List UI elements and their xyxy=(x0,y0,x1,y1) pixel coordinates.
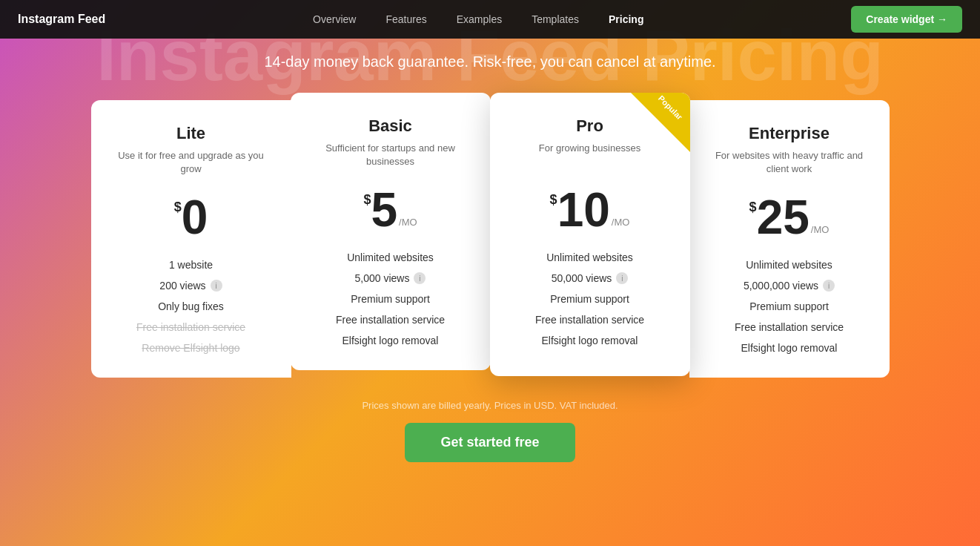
plan-name-lite: Lite xyxy=(112,124,271,143)
plan-desc-lite: Use it for free and upgrade as you grow xyxy=(112,149,271,179)
info-icon-enterprise-views[interactable]: i xyxy=(823,280,835,292)
logo: Instagram Feed xyxy=(18,13,105,26)
feature-lite-0: 1 website xyxy=(112,259,271,271)
price-row-basic: $ 5 /MO xyxy=(311,186,470,234)
feature-enterprise-1: 5,000,000 views i xyxy=(710,280,869,292)
price-currency-lite: $ xyxy=(174,200,182,215)
price-amount-lite: 0 xyxy=(182,194,208,241)
main-content: Instagram Feed Pricing 14-day money back… xyxy=(0,0,980,546)
plan-name-basic: Basic xyxy=(311,116,470,136)
info-icon-pro-views[interactable]: i xyxy=(616,272,628,284)
feature-basic-2: Premium support xyxy=(311,293,470,305)
feature-enterprise-4: Elfsight logo removal xyxy=(710,342,869,354)
nav-features[interactable]: Features xyxy=(371,7,441,31)
plan-name-enterprise: Enterprise xyxy=(710,124,869,143)
feature-basic-1: 5,000 views i xyxy=(311,272,470,284)
info-icon-lite-views[interactable]: i xyxy=(211,280,222,292)
footer-section: Prices shown are billed yearly. Prices i… xyxy=(0,385,980,470)
pricing-cards-container: Lite Use it for free and upgrade as you … xyxy=(0,93,980,385)
feature-lite-1: 200 views i xyxy=(112,280,271,292)
price-period-pro: /MO xyxy=(612,217,630,228)
feature-lite-4: Remove Elfsight logo xyxy=(112,342,271,354)
feature-pro-1: 50,000 views i xyxy=(511,272,669,284)
header: Instagram Feed Overview Features Example… xyxy=(0,0,980,39)
info-icon-basic-views[interactable]: i xyxy=(414,272,426,284)
nav-overview[interactable]: Overview xyxy=(298,7,371,31)
price-period-enterprise: /MO xyxy=(811,224,830,235)
price-currency-basic: $ xyxy=(363,192,371,208)
feature-lite-2: Only bug fixes xyxy=(112,300,271,312)
popular-badge-text: Popular xyxy=(656,93,683,121)
feature-basic-4: Elfsight logo removal xyxy=(311,335,470,346)
popular-badge: Popular xyxy=(631,93,690,152)
feature-pro-4: Elfsight logo removal xyxy=(511,335,669,346)
price-row-enterprise: $ 25 /MO xyxy=(710,194,869,241)
feature-basic-0: Unlimited websites xyxy=(311,251,470,263)
feature-pro-3: Free installation service xyxy=(511,314,669,326)
feature-list-lite: 1 website 200 views i Only bug fixes Fre… xyxy=(112,259,271,354)
plan-desc-basic: Sufficient for startups and new business… xyxy=(311,142,470,171)
feature-list-pro: Unlimited websites 50,000 views i Premiu… xyxy=(511,251,669,346)
feature-list-basic: Unlimited websites 5,000 views i Premium… xyxy=(311,251,470,346)
feature-pro-2: Premium support xyxy=(511,293,669,305)
price-row-pro: $ 10 /MO xyxy=(511,186,669,234)
plan-card-lite: Lite Use it for free and upgrade as you … xyxy=(91,100,291,378)
feature-lite-3: Free installation service xyxy=(112,321,271,333)
nav-pricing[interactable]: Pricing xyxy=(594,7,658,31)
plan-card-enterprise: Enterprise For websites with heavy traff… xyxy=(689,100,890,378)
get-started-button[interactable]: Get started free xyxy=(405,423,575,462)
feature-enterprise-0: Unlimited websites xyxy=(710,259,869,271)
plan-desc-enterprise: For websites with heavy traffic and clie… xyxy=(710,149,869,179)
create-widget-button[interactable]: Create widget → xyxy=(851,6,962,33)
price-row-lite: $ 0 xyxy=(112,194,271,241)
price-amount-enterprise: 25 xyxy=(757,194,810,241)
price-period-basic: /MO xyxy=(399,217,417,228)
main-nav: Overview Features Examples Templates Pri… xyxy=(298,7,658,31)
price-currency-enterprise: $ xyxy=(749,200,757,215)
feature-enterprise-3: Free installation service xyxy=(710,321,869,333)
plan-card-basic: Basic Sufficient for startups and new bu… xyxy=(291,93,491,370)
plan-card-pro: Popular Pro For growing businesses $ 10 … xyxy=(490,93,690,376)
price-amount-pro: 10 xyxy=(557,186,610,234)
feature-list-enterprise: Unlimited websites 5,000,000 views i Pre… xyxy=(710,259,869,354)
price-amount-basic: 5 xyxy=(371,186,397,234)
price-currency-pro: $ xyxy=(550,192,557,208)
feature-enterprise-2: Premium support xyxy=(710,300,869,312)
feature-basic-3: Free installation service xyxy=(311,314,470,326)
nav-examples[interactable]: Examples xyxy=(442,7,517,31)
billed-note: Prices shown are billed yearly. Prices i… xyxy=(0,400,980,411)
nav-templates[interactable]: Templates xyxy=(517,7,594,31)
guarantee-text: 14-day money back guarantee. Risk-free, … xyxy=(0,39,980,93)
feature-pro-0: Unlimited websites xyxy=(511,251,669,263)
